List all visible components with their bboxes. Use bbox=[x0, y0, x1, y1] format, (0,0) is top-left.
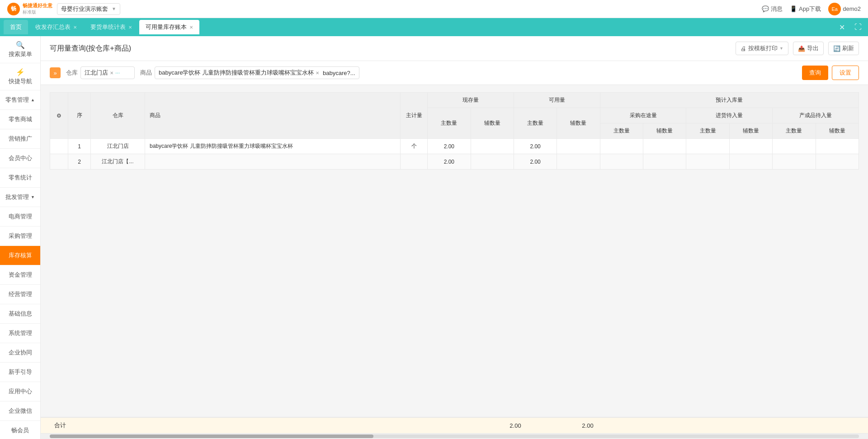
message-label: 消息 bbox=[771, 5, 783, 13]
tab-available-stock-close[interactable]: ✕ bbox=[189, 25, 193, 30]
cell-inbound-aux-2 bbox=[729, 154, 772, 170]
filter-product-group: 商品 babycare学饮杯 儿童防摔防撞吸管杯重力球吸嘴杯宝宝水杯 ✕ bab… bbox=[140, 66, 359, 79]
message-btn[interactable]: 💬 消息 bbox=[762, 5, 783, 13]
th-available: 可用量 bbox=[514, 93, 600, 108]
th-purchase-aux: 辅数量 bbox=[643, 123, 686, 139]
sidebar-item-wholesale[interactable]: 批发管理 ▼ bbox=[0, 188, 40, 207]
filter-product-input[interactable]: babycare学饮杯 儿童防摔防撞吸管杯重力球吸嘴杯宝宝水杯 ✕ babyca… bbox=[155, 66, 359, 79]
sidebar-item-quick-nav[interactable]: ⚡ 快捷导航 bbox=[0, 63, 40, 90]
org-selector[interactable]: 母婴行业演示账套 ▼ bbox=[57, 3, 120, 15]
sidebar-item-app-center[interactable]: 应用中心 bbox=[0, 382, 40, 401]
nav-tabs: 首页 收发存汇总表 ✕ 要货单统计表 ✕ 可用量库存账本 ✕ ✕ ⛶ bbox=[0, 18, 868, 36]
sidebar-item-enterprise[interactable]: 企业协同 bbox=[0, 343, 40, 363]
refresh-btn[interactable]: 🔄 刷新 bbox=[828, 42, 859, 55]
tab-available-stock-label: 可用量库存账本 bbox=[146, 23, 187, 31]
th-inbound-main: 主数量 bbox=[686, 123, 729, 139]
horizontal-scrollbar[interactable] bbox=[41, 434, 868, 439]
footer-row: 合计 2.00 2.00 bbox=[41, 417, 868, 434]
tab-order-stats-close[interactable]: ✕ bbox=[128, 25, 132, 30]
filter-warehouse-tag: 江北门店 ✕ bbox=[85, 69, 113, 77]
cell-purchase-main-1 bbox=[600, 139, 643, 154]
cell-inbound-main-1 bbox=[686, 139, 729, 154]
th-gear[interactable]: ⚙ bbox=[50, 93, 68, 139]
sidebar-wholesale-label: 批发管理 bbox=[5, 193, 29, 201]
logo-area: 畅 畅捷通好生意 标准版 bbox=[7, 2, 52, 15]
filter-warehouse-label: 仓库 bbox=[66, 69, 78, 77]
tab-order-stats[interactable]: 要货单统计表 ✕ bbox=[84, 20, 138, 34]
sidebar-item-inventory[interactable]: 库存核算 bbox=[0, 246, 40, 265]
filter-actions: 查询 设置 bbox=[802, 66, 859, 80]
sidebar-item-marketing[interactable]: 营销推广 bbox=[0, 129, 40, 149]
sidebar-item-sys-mgmt[interactable]: 系统管理 bbox=[0, 324, 40, 343]
table-row[interactable]: 2 江北门店【... 2.00 2.00 bbox=[50, 154, 859, 170]
cell-purchase-main-2 bbox=[600, 154, 643, 170]
table-row[interactable]: 1 江北门店 babycare学饮杯 儿童防摔防撞吸管杯重力球吸嘴杯宝宝水杯 个… bbox=[50, 139, 859, 154]
sidebar-item-new-guide[interactable]: 新手引导 bbox=[0, 363, 40, 382]
page-header: 可用量查询(按仓库+商品) 🖨 按模板打印 ▼ 📤 导出 🔄 刷新 bbox=[41, 36, 868, 61]
sidebar-marketing-label: 营销推广 bbox=[9, 135, 32, 142]
th-product-main: 主数量 bbox=[773, 123, 816, 139]
sidebar-item-finance[interactable]: 资金管理 bbox=[0, 265, 40, 285]
sidebar-item-search[interactable]: 🔍 搜索菜单 bbox=[0, 36, 40, 63]
close-tab-btn[interactable]: ✕ bbox=[835, 21, 848, 33]
th-planned-in: 预计入库量 bbox=[600, 93, 859, 108]
scrollbar-thumb[interactable] bbox=[50, 434, 373, 438]
th-row-num: 序 bbox=[68, 93, 91, 139]
sidebar-item-ecommerce[interactable]: 电商管理 bbox=[0, 207, 40, 227]
message-icon: 💬 bbox=[762, 5, 769, 12]
tab-available-stock[interactable]: 可用量库存账本 ✕ bbox=[139, 20, 199, 34]
cell-purchase-aux-1 bbox=[643, 139, 686, 154]
sidebar-item-member[interactable]: 会员中心 bbox=[0, 149, 40, 168]
scrollbar-track[interactable] bbox=[50, 434, 859, 438]
main-layout: 🔍 搜索菜单 ⚡ 快捷导航 零售管理 ▲ 零售商城 营销推广 会员中心 零售统计… bbox=[0, 36, 868, 439]
th-inbound-pending: 进货待入量 bbox=[686, 108, 773, 123]
refresh-icon: 🔄 bbox=[833, 45, 840, 52]
cell-product-main-2 bbox=[773, 154, 816, 170]
filter-toggle-btn[interactable]: » bbox=[50, 67, 61, 78]
sidebar-item-purchase[interactable]: 采购管理 bbox=[0, 227, 40, 246]
sidebar-item-operation[interactable]: 经营管理 bbox=[0, 285, 40, 304]
chevron-icon: ▲ bbox=[31, 98, 35, 102]
logo-line2: 标准版 bbox=[23, 9, 52, 15]
top-bar-left: 畅 畅捷通好生意 标准版 母婴行业演示账套 ▼ bbox=[7, 2, 120, 15]
filter-warehouse-input[interactable]: 江北门店 ✕ ··· bbox=[80, 66, 135, 79]
print-btn[interactable]: 🖨 按模板打印 ▼ bbox=[736, 42, 788, 55]
logo-text: 畅捷通好生意 标准版 bbox=[23, 2, 52, 15]
tab-home[interactable]: 首页 bbox=[4, 20, 28, 34]
cell-purchase-aux-2 bbox=[643, 154, 686, 170]
sidebar-enterprise-label: 企业协同 bbox=[9, 349, 32, 356]
sidebar-item-retail-mgmt[interactable]: 零售管理 ▲ bbox=[0, 90, 40, 110]
export-btn[interactable]: 📤 导出 bbox=[793, 42, 824, 55]
cell-product-1: babycare学饮杯 儿童防摔防撞吸管杯重力球吸嘴杯宝宝水杯 bbox=[145, 139, 401, 154]
app-download-icon: 📱 bbox=[790, 5, 797, 12]
filter-product-tag2: babycare?... bbox=[323, 70, 355, 76]
sidebar-item-enterprise-wechat[interactable]: 企业微信 bbox=[0, 401, 40, 421]
cell-unit-1: 个 bbox=[401, 139, 428, 154]
refresh-label: 刷新 bbox=[842, 44, 854, 52]
sidebar-item-retail-mall[interactable]: 零售商城 bbox=[0, 110, 40, 129]
sidebar-sys-mgmt-label: 系统管理 bbox=[9, 330, 32, 336]
filter-product-remove1[interactable]: ✕ bbox=[316, 71, 319, 76]
sidebar-item-member2[interactable]: 畅会员 bbox=[0, 421, 40, 439]
th-purchase-transit: 采购在途量 bbox=[600, 108, 686, 123]
user-area[interactable]: Ea demo2 bbox=[828, 3, 861, 15]
cell-product-aux-2 bbox=[816, 154, 859, 170]
settings-button[interactable]: 设置 bbox=[832, 66, 859, 80]
cell-rownum-1: 1 bbox=[68, 139, 91, 154]
sidebar-enterprise-wechat-label: 企业微信 bbox=[9, 407, 32, 414]
data-table: ⚙ 序 仓库 商品 主计量 现存量 可用量 预计入库量 主数量 辅数量 主数量 … bbox=[50, 92, 859, 170]
filter-warehouse-remove[interactable]: ✕ bbox=[110, 71, 113, 76]
cell-gear-2 bbox=[50, 154, 68, 170]
th-purchase-main: 主数量 bbox=[600, 123, 643, 139]
sidebar-item-basic-info[interactable]: 基础信息 bbox=[0, 304, 40, 324]
query-button[interactable]: 查询 bbox=[802, 66, 828, 80]
filter-warehouse-more[interactable]: ··· bbox=[115, 70, 120, 76]
expand-tab-btn[interactable]: ⛶ bbox=[852, 21, 864, 33]
app-download-btn[interactable]: 📱 App下载 bbox=[790, 5, 821, 13]
sidebar-retail-stats-label: 零售统计 bbox=[9, 174, 32, 181]
chevron-down-icon: ▼ bbox=[112, 6, 116, 11]
tab-receipts-close[interactable]: ✕ bbox=[73, 25, 77, 30]
tab-receipts[interactable]: 收发存汇总表 ✕ bbox=[29, 20, 83, 34]
sidebar-finance-label: 资金管理 bbox=[9, 271, 32, 278]
sidebar-item-retail-stats[interactable]: 零售统计 bbox=[0, 168, 40, 188]
